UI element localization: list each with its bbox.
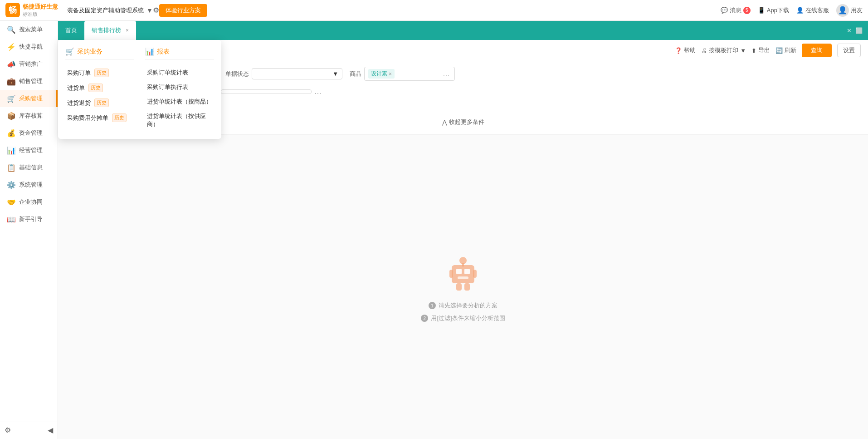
message-icon: 💬 <box>721 7 728 14</box>
tip1-dot: 1 <box>429 302 436 309</box>
history-badge-1: 历史 <box>94 69 109 77</box>
help-icon: ❓ <box>675 47 682 54</box>
empty-tip-2: 2 用[过滤]条件来缩小分析范围 <box>421 314 505 322</box>
svg-rect-4 <box>449 270 453 278</box>
sidebar-item-marketing[interactable]: 📣 营销推广 <box>0 55 58 73</box>
salesman-select[interactable] <box>221 89 312 94</box>
quick-icon: ⚡ <box>7 43 15 51</box>
menu-item-incoming-stat-by-supplier[interactable]: 进货单统计表（按供应商） <box>145 109 214 132</box>
menu-item-purchase-order-stat[interactable]: 采购订单统计表 <box>145 65 214 80</box>
sidebar-item-inventory[interactable]: 📦 库存核算 <box>0 107 58 124</box>
query-btn[interactable]: 查询 <box>802 44 832 57</box>
logo-icon: 畅 <box>5 3 20 17</box>
system-settings-btn[interactable]: ⚙ <box>153 6 159 15</box>
refresh-icon: 🔄 <box>775 47 783 54</box>
svg-rect-1 <box>456 269 462 274</box>
svg-rect-6 <box>456 283 462 291</box>
sidebar-settings-btn[interactable]: ⚙ <box>5 426 11 434</box>
industry-btn[interactable]: 体验行业方案 <box>159 4 207 17</box>
report-col-title: 📊 报表 <box>145 47 214 60</box>
messages-btn[interactable]: 💬 消息 5 <box>721 6 751 15</box>
goods-select[interactable]: 设计素 × … <box>364 67 455 81</box>
system-icon: ⚙️ <box>7 181 15 189</box>
finance-icon: 💰 <box>7 129 15 137</box>
logo-text: 畅捷通好生意 标准版 <box>23 3 58 18</box>
empty-tip-1: 1 请先选择要分析的方案 <box>429 301 497 310</box>
svg-rect-9 <box>462 263 464 266</box>
phone-icon: 📱 <box>758 7 765 14</box>
doc-status-select[interactable]: ▼ <box>252 68 342 79</box>
tab-home[interactable]: 首页 <box>58 21 84 40</box>
sidebar-item-search[interactable]: 🔍 搜索菜单 <box>0 21 58 38</box>
online-service-btn[interactable]: 👤 在线客服 <box>796 6 829 15</box>
robot-svg <box>440 252 486 297</box>
window-controls: ✕ ⬜ <box>841 27 868 34</box>
app-download-btn[interactable]: 📱 App下载 <box>758 6 789 15</box>
logo-area: 畅 畅捷通好生意 标准版 <box>5 3 58 18</box>
menu-item-purchase-order-exec[interactable]: 采购订单执行表 <box>145 80 214 94</box>
print-template-btn[interactable]: 🖨 按模板打印 ▼ <box>701 46 746 54</box>
refresh-btn[interactable]: 🔄 刷新 <box>775 46 796 54</box>
system-name: 装备及固定资产辅助管理系统 <box>67 6 144 15</box>
tab-sales-rank[interactable]: 销售排行榜 × <box>84 21 136 40</box>
sidebar-item-operations[interactable]: 📊 经营管理 <box>0 142 58 159</box>
service-icon: 👤 <box>796 7 804 14</box>
basics-icon: 📋 <box>7 163 15 172</box>
chevron-down-icon: ▼ <box>332 70 338 77</box>
sidebar-item-enterprise[interactable]: 🤝 企业协同 <box>0 193 58 211</box>
sidebar-collapse-btn[interactable]: ◀ <box>48 426 53 434</box>
sales-icon: 💼 <box>7 77 15 85</box>
maximize-window-icon[interactable]: ⬜ <box>855 27 863 34</box>
svg-rect-0 <box>452 265 474 283</box>
dropdown-columns: 🛒 采购业务 采购订单 历史 进货单 历史 进货退货 历史 采购费用分摊单 <box>65 47 214 132</box>
history-badge-2: 历史 <box>88 84 103 92</box>
enterprise-icon: 🤝 <box>7 198 15 206</box>
marketing-icon: 📣 <box>7 60 15 68</box>
main-content: 1 请先选择要分析的方案 2 用[过滤]条件来缩小分析范围 <box>58 135 868 439</box>
goods-tag-close[interactable]: × <box>389 71 392 77</box>
purchase-col-title: 🛒 采购业务 <box>65 47 134 60</box>
sidebar-menu: 🔍 搜索菜单 ⚡ 快捷导航 📣 营销推广 💼 销售管理 🛒 采购管理 <box>0 21 58 421</box>
settings-small-btn[interactable]: 设置 <box>837 44 861 57</box>
export-icon: ⬆ <box>751 47 756 54</box>
sidebar-item-quick[interactable]: ⚡ 快捷导航 <box>0 38 58 55</box>
sidebar-item-sales[interactable]: 💼 销售管理 <box>0 73 58 90</box>
report-col: 📊 报表 采购订单统计表 采购订单执行表 进货单统计表（按商品） 进货单统计表（… <box>145 47 214 132</box>
inventory-icon: 📦 <box>7 112 15 120</box>
svg-rect-3 <box>458 276 468 279</box>
search-icon: 🔍 <box>7 25 15 34</box>
svg-rect-5 <box>473 270 477 278</box>
svg-rect-2 <box>464 269 470 274</box>
goods-tag: 设计素 × <box>368 69 395 79</box>
sidebar: 🔍 搜索菜单 ⚡ 快捷导航 📣 营销推广 💼 销售管理 🛒 采购管理 <box>0 21 58 439</box>
salesman-dots[interactable]: … <box>314 88 322 96</box>
menu-item-return[interactable]: 进货退货 历史 <box>65 95 134 110</box>
sidebar-item-newbie[interactable]: 📖 新手引导 <box>0 211 58 228</box>
menu-item-purchase-order[interactable]: 采购订单 历史 <box>65 65 134 80</box>
sidebar-item-finance[interactable]: 💰 资金管理 <box>0 124 58 142</box>
help-btn[interactable]: ❓ 帮助 <box>675 46 696 54</box>
menu-item-incoming[interactable]: 进货单 历史 <box>65 80 134 95</box>
history-badge-4: 历史 <box>112 113 127 122</box>
history-badge-3: 历史 <box>94 99 109 107</box>
user-menu-btn[interactable]: 👤 用友 <box>836 4 863 17</box>
sidebar-bottom: ⚙ ◀ <box>0 421 58 439</box>
top-bar-actions: 💬 消息 5 📱 App下载 👤 在线客服 👤 用友 <box>721 4 863 17</box>
tip2-dot: 2 <box>421 315 428 322</box>
print-chevron-icon: ▼ <box>740 47 746 54</box>
export-btn[interactable]: ⬆ 导出 <box>751 46 770 54</box>
close-window-icon[interactable]: ✕ <box>847 27 852 34</box>
purchase-dropdown-menu: 🛒 采购业务 采购订单 历史 进货单 历史 进货退货 历史 采购费用分摊单 <box>58 40 221 139</box>
report-col-icon: 📊 <box>145 47 154 56</box>
sidebar-item-purchase[interactable]: 🛒 采购管理 <box>0 90 58 107</box>
menu-item-purchase-fee[interactable]: 采购费用分摊单 历史 <box>65 110 134 125</box>
sidebar-item-basics[interactable]: 📋 基础信息 <box>0 159 58 176</box>
system-dropdown-btn[interactable]: ▼ <box>146 7 153 14</box>
menu-item-incoming-stat-by-goods[interactable]: 进货单统计表（按商品） <box>145 94 214 109</box>
operations-icon: 📊 <box>7 146 15 154</box>
tab-close-icon[interactable]: × <box>126 27 129 34</box>
messages-badge: 5 <box>743 7 751 14</box>
goods-filter: 商品 设计素 × … <box>350 67 455 81</box>
sidebar-item-system[interactable]: ⚙️ 系统管理 <box>0 176 58 193</box>
goods-dots[interactable]: … <box>443 70 451 78</box>
